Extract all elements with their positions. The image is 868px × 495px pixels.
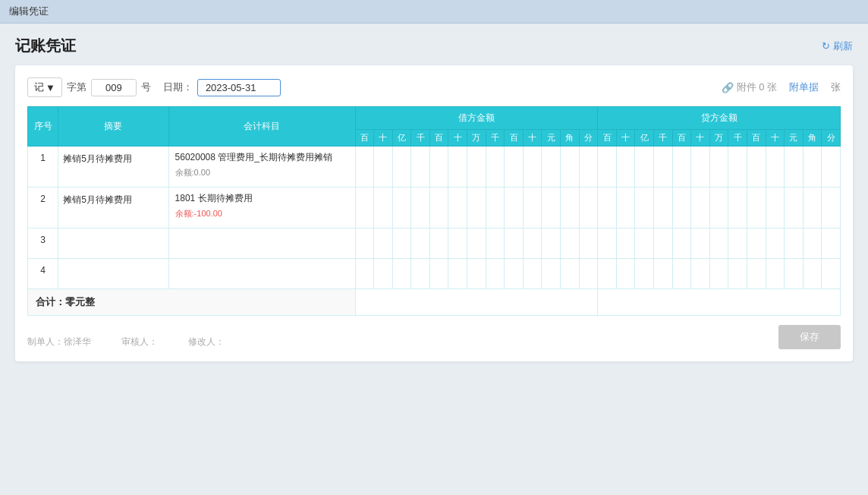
voucher-number-input[interactable] — [91, 79, 137, 96]
cell-credit-12[interactable] — [822, 229, 841, 259]
cell-credit-3[interactable] — [654, 188, 673, 229]
cell-credit-1[interactable] — [616, 188, 635, 229]
cell-credit-11[interactable] — [803, 229, 822, 259]
cell-debit-3[interactable] — [411, 147, 430, 188]
cell-debit-8[interactable] — [505, 229, 524, 259]
refresh-button[interactable]: ↻ 刷新 — [822, 39, 853, 53]
cell-credit-0[interactable] — [598, 229, 617, 259]
cell-credit-3[interactable] — [654, 259, 673, 289]
cell-credit-1[interactable] — [616, 229, 635, 259]
save-button[interactable]: 保存 — [778, 325, 841, 349]
cell-credit-10[interactable] — [785, 259, 804, 289]
cell-account[interactable] — [168, 229, 355, 259]
cell-debit-3[interactable] — [411, 229, 430, 259]
cell-summary[interactable]: 摊销5月待摊费用 — [58, 188, 168, 229]
cell-credit-2[interactable] — [635, 229, 654, 259]
cell-debit-6[interactable] — [467, 147, 486, 188]
cell-credit-9[interactable] — [766, 229, 785, 259]
cell-account[interactable] — [168, 259, 355, 289]
cell-debit-9[interactable] — [523, 147, 542, 188]
cell-debit-12[interactable] — [579, 229, 598, 259]
cell-credit-4[interactable] — [672, 259, 691, 289]
cell-credit-1[interactable] — [616, 147, 635, 188]
cell-debit-1[interactable] — [374, 147, 393, 188]
cell-debit-5[interactable] — [448, 259, 467, 289]
cell-account[interactable]: 56020008 管理费用_长期待摊费用摊销余额:0.00 — [168, 147, 355, 188]
cell-credit-6[interactable] — [709, 188, 728, 229]
cell-debit-12[interactable] — [579, 188, 598, 229]
cell-credit-9[interactable] — [766, 259, 785, 289]
cell-debit-7[interactable] — [486, 188, 505, 229]
cell-debit-7[interactable] — [486, 259, 505, 289]
cell-credit-12[interactable] — [822, 188, 841, 229]
cell-credit-0[interactable] — [598, 259, 617, 289]
cell-credit-4[interactable] — [672, 188, 691, 229]
cell-debit-6[interactable] — [467, 188, 486, 229]
cell-credit-8[interactable] — [747, 188, 766, 229]
cell-credit-2[interactable] — [635, 259, 654, 289]
cell-debit-1[interactable] — [374, 229, 393, 259]
cell-debit-9[interactable] — [523, 188, 542, 229]
cell-debit-0[interactable] — [355, 229, 374, 259]
cell-debit-8[interactable] — [505, 259, 524, 289]
cell-debit-9[interactable] — [523, 229, 542, 259]
cell-debit-3[interactable] — [411, 188, 430, 229]
cell-debit-10[interactable] — [542, 188, 561, 229]
cell-credit-0[interactable] — [598, 147, 617, 188]
cell-credit-8[interactable] — [747, 229, 766, 259]
cell-debit-0[interactable] — [355, 147, 374, 188]
cell-debit-12[interactable] — [579, 147, 598, 188]
cell-credit-6[interactable] — [709, 259, 728, 289]
type-select[interactable]: 记 ▼ — [27, 77, 62, 97]
cell-credit-2[interactable] — [635, 147, 654, 188]
cell-credit-9[interactable] — [766, 188, 785, 229]
cell-debit-3[interactable] — [411, 259, 430, 289]
cell-debit-6[interactable] — [467, 259, 486, 289]
cell-debit-12[interactable] — [579, 259, 598, 289]
cell-debit-0[interactable] — [355, 259, 374, 289]
cell-debit-11[interactable] — [561, 229, 580, 259]
cell-credit-12[interactable] — [822, 259, 841, 289]
cell-summary[interactable] — [58, 229, 168, 259]
cell-debit-2[interactable] — [392, 259, 411, 289]
cell-credit-12[interactable] — [822, 147, 841, 188]
cell-credit-11[interactable] — [803, 259, 822, 289]
cell-credit-5[interactable] — [691, 147, 710, 188]
cell-credit-8[interactable] — [747, 147, 766, 188]
cell-debit-8[interactable] — [505, 188, 524, 229]
cell-credit-3[interactable] — [654, 229, 673, 259]
cell-debit-10[interactable] — [542, 259, 561, 289]
cell-debit-5[interactable] — [448, 147, 467, 188]
cell-debit-4[interactable] — [429, 188, 448, 229]
cell-credit-5[interactable] — [691, 229, 710, 259]
cell-credit-7[interactable] — [728, 188, 747, 229]
cell-account[interactable]: 1801 长期待摊费用余额:-100.00 — [168, 188, 355, 229]
cell-credit-4[interactable] — [672, 229, 691, 259]
cell-credit-9[interactable] — [766, 147, 785, 188]
cell-summary[interactable] — [58, 259, 168, 289]
cell-debit-4[interactable] — [429, 147, 448, 188]
cell-debit-7[interactable] — [486, 229, 505, 259]
cell-debit-11[interactable] — [561, 188, 580, 229]
cell-credit-10[interactable] — [785, 229, 804, 259]
date-input[interactable] — [197, 79, 281, 96]
cell-debit-10[interactable] — [542, 229, 561, 259]
cell-debit-4[interactable] — [429, 229, 448, 259]
cell-credit-2[interactable] — [635, 188, 654, 229]
cell-credit-10[interactable] — [785, 188, 804, 229]
cell-credit-11[interactable] — [803, 147, 822, 188]
cell-debit-11[interactable] — [561, 147, 580, 188]
cell-credit-7[interactable] — [728, 147, 747, 188]
cell-debit-1[interactable] — [374, 188, 393, 229]
cell-credit-6[interactable] — [709, 229, 728, 259]
cell-debit-6[interactable] — [467, 229, 486, 259]
cell-debit-2[interactable] — [392, 229, 411, 259]
cell-debit-2[interactable] — [392, 147, 411, 188]
cell-debit-7[interactable] — [486, 147, 505, 188]
cell-credit-1[interactable] — [616, 259, 635, 289]
cell-credit-5[interactable] — [691, 188, 710, 229]
cell-debit-11[interactable] — [561, 259, 580, 289]
cell-debit-8[interactable] — [505, 147, 524, 188]
cell-credit-10[interactable] — [785, 147, 804, 188]
cell-credit-7[interactable] — [728, 259, 747, 289]
